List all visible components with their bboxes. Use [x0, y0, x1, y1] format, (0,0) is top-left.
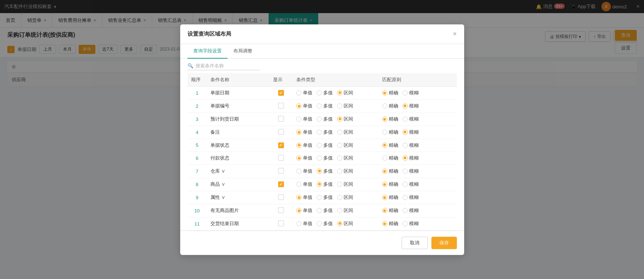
row-show-checkbox-8[interactable]: [269, 178, 293, 191]
type-radio-单值-2[interactable]: 单值: [296, 103, 312, 109]
type-radio-区间-1[interactable]: 区间: [337, 90, 353, 96]
type-radio-单值-8[interactable]: 单值: [296, 181, 312, 188]
type-radio-区间-5[interactable]: 区间: [337, 142, 353, 149]
checkbox-4[interactable]: [278, 129, 284, 135]
match-radio-精确-3[interactable]: 精确: [382, 116, 398, 122]
checkbox-8[interactable]: [278, 181, 284, 187]
type-radio-区间-6[interactable]: 区间: [337, 155, 353, 161]
type-radio-单值-4[interactable]: 单值: [296, 129, 312, 135]
match-radio-模糊-3[interactable]: 模糊: [403, 116, 419, 122]
modal-close-button[interactable]: ×: [453, 30, 457, 38]
type-radio-单值-3[interactable]: 单值: [296, 116, 312, 122]
row-type-1: 单值多值区间: [293, 86, 379, 99]
match-radio-精确-2[interactable]: 精确: [382, 103, 398, 109]
row-show-checkbox-6[interactable]: [269, 152, 293, 165]
row-show-checkbox-5[interactable]: [269, 139, 293, 152]
search-input[interactable]: [195, 63, 254, 68]
search-icon: 🔍: [187, 63, 193, 68]
match-radio-精确-9[interactable]: 精确: [382, 194, 398, 201]
match-radio-模糊-7[interactable]: 模糊: [403, 168, 419, 174]
radio-circle-icon: [337, 156, 342, 161]
checkbox-5[interactable]: [278, 142, 284, 148]
row-show-checkbox-1[interactable]: [269, 86, 293, 99]
row-show-checkbox-2[interactable]: [269, 99, 293, 113]
match-radio-精确-8[interactable]: 精确: [382, 181, 398, 188]
row-name-4: 备注: [207, 126, 269, 139]
type-radio-单值-9[interactable]: 单值: [296, 194, 312, 201]
type-radio-区间-11[interactable]: 区间: [337, 220, 353, 227]
radio-circle-icon: [403, 195, 408, 200]
modal-tab-layout[interactable]: 布局调整: [228, 44, 258, 59]
match-radio-模糊-1[interactable]: 模糊: [403, 90, 419, 96]
match-radio-模糊-4[interactable]: 模糊: [403, 129, 419, 135]
type-radio-多值-9[interactable]: 多值: [317, 194, 333, 201]
checkbox-11[interactable]: [278, 220, 284, 226]
match-radio-模糊-9[interactable]: 模糊: [403, 194, 419, 201]
type-radio-单值-1[interactable]: 单值: [296, 90, 312, 96]
type-radio-多值-10[interactable]: 多值: [317, 207, 333, 214]
type-radio-单值-11[interactable]: 单值: [296, 220, 312, 227]
row-show-checkbox-4[interactable]: [269, 126, 293, 139]
type-radio-区间-4[interactable]: 区间: [337, 129, 353, 135]
type-radio-区间-3[interactable]: 区间: [337, 116, 353, 122]
type-radio-多值-8[interactable]: 多值: [317, 181, 333, 188]
match-radio-模糊-8[interactable]: 模糊: [403, 181, 419, 188]
checkbox-10[interactable]: [278, 207, 284, 213]
checkbox-7[interactable]: [278, 168, 284, 174]
type-radio-区间-7[interactable]: 区间: [337, 168, 353, 174]
row-show-checkbox-3[interactable]: [269, 113, 293, 126]
type-radio-多值-6[interactable]: 多值: [317, 155, 333, 161]
type-radio-单值-5[interactable]: 单值: [296, 142, 312, 149]
match-radio-模糊-11[interactable]: 模糊: [403, 220, 419, 227]
row-name-5: 单据状态: [207, 139, 269, 152]
match-radio-精确-1[interactable]: 精确: [382, 90, 398, 96]
row-order-4: 4: [187, 126, 207, 139]
match-radio-精确-4[interactable]: 精确: [382, 129, 398, 135]
type-radio-多值-1[interactable]: 多值: [317, 90, 333, 96]
radio-circle-icon: [296, 156, 301, 161]
match-radio-模糊-6[interactable]: 模糊: [403, 155, 419, 161]
type-radio-多值-11[interactable]: 多值: [317, 220, 333, 227]
type-radio-区间-2[interactable]: 区间: [337, 103, 353, 109]
radio-circle-icon: [382, 221, 387, 226]
match-radio-精确-10[interactable]: 精确: [382, 207, 398, 214]
type-radio-区间-10[interactable]: 区间: [337, 207, 353, 214]
type-radio-多值-4[interactable]: 多值: [317, 129, 333, 135]
match-radio-模糊-5[interactable]: 模糊: [403, 142, 419, 149]
modal-tab-query-fields[interactable]: 查询字段设置: [187, 44, 228, 59]
match-radio-精确-6[interactable]: 精确: [382, 155, 398, 161]
type-radio-多值-2[interactable]: 多值: [317, 103, 333, 109]
match-radio-模糊-10[interactable]: 模糊: [403, 207, 419, 214]
row-show-checkbox-10[interactable]: [269, 204, 293, 217]
checkbox-1[interactable]: [278, 90, 284, 96]
radio-circle-icon: [382, 156, 387, 161]
radio-circle-icon: [337, 221, 342, 226]
row-show-checkbox-7[interactable]: [269, 165, 293, 178]
type-radio-多值-3[interactable]: 多值: [317, 116, 333, 122]
match-radio-精确-11[interactable]: 精确: [382, 220, 398, 227]
match-radio-模糊-2[interactable]: 模糊: [403, 103, 419, 109]
type-radio-多值-5[interactable]: 多值: [317, 142, 333, 149]
match-radio-精确-5[interactable]: 精确: [382, 142, 398, 149]
checkbox-2[interactable]: [278, 103, 284, 109]
checkbox-6[interactable]: [278, 155, 284, 161]
match-radio-精确-7[interactable]: 精确: [382, 168, 398, 174]
type-radio-单值-10[interactable]: 单值: [296, 207, 312, 214]
type-radio-区间-9[interactable]: 区间: [337, 194, 353, 201]
modal-table-row: 5单据状态单值多值区间精确模糊: [187, 139, 457, 152]
checkbox-9[interactable]: [278, 194, 284, 200]
row-name-6: 付款状态: [207, 152, 269, 165]
cancel-button[interactable]: 取消: [402, 237, 428, 249]
checkbox-3[interactable]: [278, 116, 284, 122]
type-radio-单值-6[interactable]: 单值: [296, 155, 312, 161]
save-button[interactable]: 保存: [431, 237, 457, 249]
row-order-11: 11: [187, 217, 207, 230]
row-match-9: 精确模糊: [379, 191, 457, 204]
type-radio-区间-8[interactable]: 区间: [337, 181, 353, 188]
type-radio-多值-7[interactable]: 多值: [317, 168, 333, 174]
row-show-checkbox-9[interactable]: [269, 191, 293, 204]
type-radio-单值-7[interactable]: 单值: [296, 168, 312, 174]
radio-circle-icon: [382, 182, 387, 187]
row-type-2: 单值多值区间: [293, 99, 379, 113]
row-show-checkbox-11[interactable]: [269, 217, 293, 230]
